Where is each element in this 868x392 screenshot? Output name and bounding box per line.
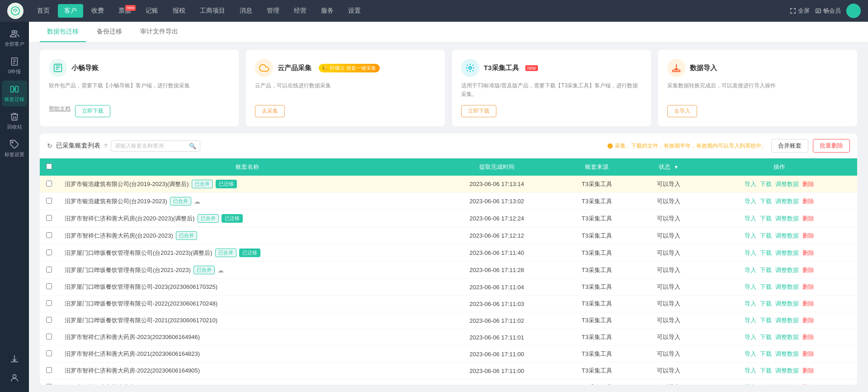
row-op-删除[interactable]: 删除 [802, 249, 814, 256]
goto-import-btn[interactable]: 去导入 [667, 105, 697, 117]
row-op-调整数据[interactable]: 调整数据 [775, 215, 799, 222]
batch-delete-btn[interactable]: 批量删除 [813, 139, 850, 153]
sidebar-item-tags[interactable]: 标签设置 [2, 136, 27, 162]
row-op-下载[interactable]: 下载 [760, 232, 772, 239]
row-op-删除[interactable]: 删除 [802, 232, 814, 239]
merge-account-btn[interactable]: 合并账套 [771, 139, 808, 153]
th-status[interactable]: 状态 ▼ [636, 158, 701, 176]
row-op-导入[interactable]: 导入 [745, 367, 756, 374]
user-avatar[interactable] [846, 4, 861, 18]
download-now-btn-1[interactable]: 立即下载 [75, 105, 110, 117]
select-all-checkbox[interactable] [46, 163, 52, 169]
row-op-删除[interactable]: 删除 [802, 181, 814, 187]
row-checkbox[interactable] [46, 334, 52, 339]
cloud-icon[interactable]: ☁ [217, 267, 224, 274]
row-op-导入[interactable]: 导入 [745, 267, 756, 273]
row-op-调整数据[interactable]: 调整数据 [775, 384, 799, 385]
sidebar-item-migrate[interactable]: 账套迁移 [2, 81, 27, 106]
nav-manage[interactable]: 管理 [260, 4, 286, 18]
row-op-调整数据[interactable]: 调整数据 [775, 334, 799, 340]
row-op-下载[interactable]: 下载 [760, 267, 772, 273]
cloud-icon[interactable]: ☁ [194, 198, 200, 205]
row-op-调整数据[interactable]: 调整数据 [775, 267, 799, 273]
goto-collect-btn[interactable]: 去采集 [255, 105, 285, 117]
download-now-btn-3[interactable]: 立即下载 [461, 105, 496, 117]
row-op-下载[interactable]: 下载 [760, 300, 772, 307]
row-op-调整数据[interactable]: 调整数据 [775, 181, 799, 187]
nav-fee[interactable]: 收费 [85, 4, 110, 18]
row-checkbox[interactable] [46, 267, 52, 272]
row-checkbox[interactable] [46, 198, 52, 204]
row-op-下载[interactable]: 下载 [760, 317, 772, 324]
row-op-删除[interactable]: 删除 [802, 300, 814, 307]
row-op-调整数据[interactable]: 调整数据 [775, 317, 799, 324]
row-checkbox[interactable] [46, 300, 52, 306]
row-op-删除[interactable]: 删除 [802, 215, 814, 222]
row-op-调整数据[interactable]: 调整数据 [775, 198, 799, 205]
row-op-调整数据[interactable]: 调整数据 [775, 367, 799, 374]
row-op-调整数据[interactable]: 调整数据 [775, 350, 799, 357]
fullscreen-button[interactable]: 全屏 [790, 7, 810, 15]
row-op-调整数据[interactable]: 调整数据 [775, 283, 799, 290]
row-checkbox[interactable] [46, 283, 52, 289]
row-op-删除[interactable]: 删除 [802, 198, 814, 205]
row-checkbox[interactable] [46, 181, 52, 186]
nav-operation[interactable]: 经营 [288, 4, 313, 18]
nav-bookkeeping[interactable]: 记账 [139, 4, 165, 18]
row-op-下载[interactable]: 下载 [760, 350, 772, 357]
row-op-删除[interactable]: 删除 [802, 350, 814, 357]
row-checkbox[interactable] [46, 249, 52, 255]
member-button[interactable]: 畅会员 [815, 7, 841, 15]
row-op-下载[interactable]: 下载 [760, 198, 772, 205]
row-op-删除[interactable]: 删除 [802, 367, 814, 374]
row-op-导入[interactable]: 导入 [745, 232, 756, 239]
sidebar-item-download[interactable] [2, 350, 27, 368]
row-op-下载[interactable]: 下载 [760, 215, 772, 222]
row-op-删除[interactable]: 删除 [802, 283, 814, 290]
nav-tax[interactable]: 报税 [166, 4, 192, 18]
row-op-下载[interactable]: 下载 [760, 283, 772, 290]
row-op-下载[interactable]: 下载 [760, 384, 772, 385]
row-op-调整数据[interactable]: 调整数据 [775, 249, 799, 256]
search-submit-icon[interactable]: 🔍 [189, 143, 196, 149]
sidebar-item-all-customers[interactable]: 全部客户 [2, 25, 27, 51]
row-op-下载[interactable]: 下载 [760, 181, 772, 187]
row-op-导入[interactable]: 导入 [745, 334, 756, 340]
app-logo[interactable] [7, 3, 24, 19]
row-op-导入[interactable]: 导入 [745, 181, 756, 187]
sidebar-item-recycle[interactable]: 回收站 [2, 108, 27, 134]
tab-audit-export[interactable]: 审计文件导出 [133, 22, 185, 42]
row-op-下载[interactable]: 下载 [760, 334, 772, 340]
row-op-导入[interactable]: 导入 [745, 317, 756, 324]
nav-business[interactable]: 工商项目 [193, 4, 231, 18]
row-checkbox[interactable] [46, 317, 52, 323]
help-doc-link[interactable]: 帮助文档 [49, 105, 71, 117]
nav-invoice[interactable]: 票据new [112, 4, 137, 18]
row-op-删除[interactable]: 删除 [802, 384, 814, 385]
sidebar-item-zero-report[interactable]: 0申报 [2, 53, 27, 79]
row-op-下载[interactable]: 下载 [760, 367, 772, 374]
row-op-调整数据[interactable]: 调整数据 [775, 300, 799, 307]
nav-home[interactable]: 首页 [31, 4, 56, 18]
refresh-icon[interactable]: ↻ [47, 142, 52, 149]
nav-settings[interactable]: 设置 [342, 4, 367, 18]
help-icon[interactable]: ? [104, 143, 107, 149]
row-op-导入[interactable]: 导入 [745, 300, 756, 307]
row-op-导入[interactable]: 导入 [745, 384, 756, 385]
row-checkbox[interactable] [46, 367, 52, 373]
row-checkbox[interactable] [46, 384, 52, 385]
tab-backup-migration[interactable]: 备份迁移 [90, 22, 129, 42]
search-input[interactable] [115, 143, 187, 149]
row-checkbox[interactable] [46, 350, 52, 356]
row-op-导入[interactable]: 导入 [745, 215, 756, 222]
row-op-导入[interactable]: 导入 [745, 249, 756, 256]
row-op-下载[interactable]: 下载 [760, 249, 772, 256]
row-op-调整数据[interactable]: 调整数据 [775, 232, 799, 239]
tab-data-migration[interactable]: 数据包迁移 [40, 22, 86, 42]
row-op-导入[interactable]: 导入 [745, 198, 756, 205]
row-op-删除[interactable]: 删除 [802, 267, 814, 273]
nav-service[interactable]: 服务 [315, 4, 340, 18]
nav-customer[interactable]: 客户 [58, 4, 83, 18]
row-checkbox[interactable] [46, 232, 52, 238]
row-checkbox[interactable] [46, 215, 52, 221]
